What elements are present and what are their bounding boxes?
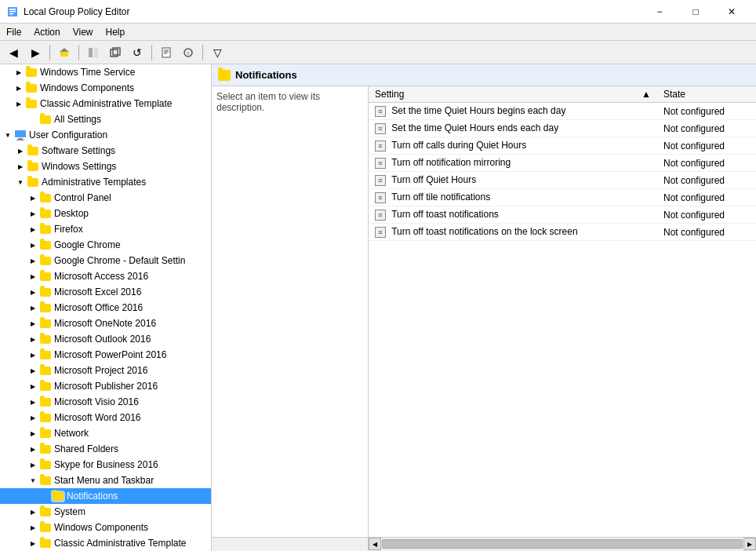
close-button[interactable]: ✕: [714, 0, 750, 24]
tree-item-control-panel[interactable]: ▶ Control Panel: [0, 190, 211, 206]
setting-icon: ≡: [375, 210, 386, 221]
tree-item-ms-word[interactable]: ▶ Microsoft Word 2016: [0, 410, 211, 425]
expander-ms-onenote[interactable]: ▶: [27, 316, 39, 331]
tree-item-user-configuration[interactable]: ▼ User Configuration: [0, 127, 211, 143]
expander-ms-excel[interactable]: ▶: [27, 284, 39, 300]
menu-view[interactable]: View: [67, 24, 100, 40]
expander-ms-publisher[interactable]: ▶: [27, 378, 39, 394]
menu-help[interactable]: Help: [100, 24, 132, 40]
expander-classic-admin-2[interactable]: ▶: [27, 535, 39, 551]
tree-item-windows-settings[interactable]: ▶ Windows Settings: [0, 159, 211, 174]
h-scroll-track[interactable]: ◀ ▶: [369, 538, 756, 551]
tree-item-ms-excel[interactable]: ▶ Microsoft Excel 2016: [0, 284, 211, 300]
settings-pane[interactable]: Setting ▲ State ≡ Set the time Quiet: [369, 86, 756, 537]
table-row[interactable]: ≡ Turn off Quiet Hours Not configured: [369, 172, 756, 189]
minimize-button[interactable]: −: [642, 0, 678, 24]
tree-item-windows-components-top[interactable]: ▶ Windows Components: [0, 80, 211, 96]
tree-item-classic-admin-top[interactable]: ▶ Classic Administrative Template: [0, 96, 211, 111]
expander-ms-office[interactable]: ▶: [27, 300, 39, 316]
new-window-button[interactable]: [105, 43, 125, 62]
forward-button[interactable]: ▶: [25, 43, 45, 62]
expander-ms-access[interactable]: ▶: [27, 268, 39, 284]
tree-item-google-chrome-default[interactable]: ▶ Google Chrome - Default Settin: [0, 253, 211, 268]
expander-google-chrome[interactable]: ▶: [27, 237, 39, 253]
tree-item-google-chrome[interactable]: ▶ Google Chrome: [0, 237, 211, 253]
tree-item-ms-powerpoint[interactable]: ▶ Microsoft PowerPoint 2016: [0, 347, 211, 363]
expander-google-chrome-default[interactable]: ▶: [27, 253, 39, 268]
export-button[interactable]: [156, 43, 176, 62]
tree-item-desktop[interactable]: ▶ Desktop: [0, 206, 211, 221]
h-scroll-right[interactable]: ◀ ▶: [369, 538, 756, 551]
expander-windows-time-service[interactable]: ▶: [13, 64, 25, 80]
label-firefox: Firefox: [54, 224, 83, 235]
tree-item-ms-access[interactable]: ▶ Microsoft Access 2016: [0, 268, 211, 284]
tree-item-skype[interactable]: ▶ Skype for Business 2016: [0, 457, 211, 473]
expander-windows-components-top[interactable]: ▶: [13, 80, 25, 96]
table-row[interactable]: ≡ Turn off toast notifications Not confi…: [369, 206, 756, 224]
expander-system[interactable]: ▶: [27, 504, 39, 520]
expander-shared-folders[interactable]: ▶: [27, 441, 39, 457]
expander-classic-admin-top[interactable]: ▶: [13, 96, 25, 111]
tree-item-shared-folders[interactable]: ▶ Shared Folders: [0, 441, 211, 457]
tree-item-ms-project[interactable]: ▶ Microsoft Project 2016: [0, 363, 211, 378]
tree-item-windows-time-service[interactable]: ▶ Windows Time Service: [0, 64, 211, 80]
tree-pane[interactable]: ▶ Windows Time Service ▶ Windows Compone…: [0, 64, 212, 551]
folder-icon-classic-admin-2: [39, 537, 52, 549]
h-scroll-left-btn[interactable]: ◀: [369, 538, 381, 550]
tree-item-system[interactable]: ▶ System: [0, 504, 211, 520]
refresh-button[interactable]: ↺: [127, 43, 147, 62]
filter-button[interactable]: ▽: [207, 43, 227, 62]
col-state[interactable]: State: [657, 86, 756, 103]
expander-ms-word[interactable]: ▶: [27, 410, 39, 425]
up-button[interactable]: [54, 43, 75, 62]
table-row[interactable]: ≡ Turn off calls during Quiet Hours Not …: [369, 137, 756, 155]
expander-user-configuration[interactable]: ▼: [2, 127, 14, 143]
table-row[interactable]: ≡ Turn off toast notifications on the lo…: [369, 224, 756, 241]
h-scroll-thumb[interactable]: [382, 539, 743, 549]
expander-network[interactable]: ▶: [27, 425, 39, 441]
expander-windows-components-2[interactable]: ▶: [27, 520, 39, 535]
expander-administrative-templates[interactable]: ▼: [14, 174, 27, 190]
tree-item-start-menu[interactable]: ▼ Start Menu and Taskbar: [0, 473, 211, 488]
expander-ms-powerpoint[interactable]: ▶: [27, 347, 39, 363]
tree-item-ms-onenote[interactable]: ▶ Microsoft OneNote 2016: [0, 316, 211, 331]
expander-ms-visio[interactable]: ▶: [27, 394, 39, 410]
expander-ms-project[interactable]: ▶: [27, 363, 39, 378]
menu-action[interactable]: Action: [27, 24, 66, 40]
expander-ms-outlook[interactable]: ▶: [27, 331, 39, 347]
tree-item-notifications[interactable]: ▶ Notifications: [0, 488, 211, 504]
back-button[interactable]: ◀: [3, 43, 24, 62]
expander-skype[interactable]: ▶: [27, 457, 39, 473]
tree-item-administrative-templates[interactable]: ▼ Administrative Templates: [0, 174, 211, 190]
tree-item-ms-office[interactable]: ▶ Microsoft Office 2016: [0, 300, 211, 316]
table-row[interactable]: ≡ Set the time Quiet Hours begins each d…: [369, 103, 756, 120]
tree-item-windows-components-2[interactable]: ▶ Windows Components: [0, 520, 211, 535]
expander-desktop[interactable]: ▶: [27, 206, 39, 221]
setting-name-cell: ≡ Set the time Quiet Hours ends each day: [369, 120, 657, 137]
h-scroll-right-btn[interactable]: ▶: [743, 538, 756, 550]
tree-item-software-settings[interactable]: ▶ Software Settings: [0, 143, 211, 159]
expander-start-menu[interactable]: ▼: [27, 473, 39, 488]
tree-item-all-settings-top[interactable]: ▶ All Settings: [0, 111, 211, 127]
show-hide-button[interactable]: [83, 43, 104, 62]
table-row[interactable]: ≡ Turn off notification mirroring Not co…: [369, 155, 756, 172]
tree-item-ms-outlook[interactable]: ▶ Microsoft Outlook 2016: [0, 331, 211, 347]
maximize-button[interactable]: □: [678, 0, 714, 24]
table-row[interactable]: ≡ Turn off tile notifications Not config…: [369, 189, 756, 206]
expander-windows-settings[interactable]: ▶: [14, 159, 27, 174]
expander-firefox[interactable]: ▶: [27, 221, 39, 237]
tree-item-network[interactable]: ▶ Network: [0, 425, 211, 441]
expander-software-settings[interactable]: ▶: [14, 143, 27, 159]
tree-item-classic-admin-2[interactable]: ▶ Classic Administrative Template: [0, 535, 211, 551]
tree-item-ms-publisher[interactable]: ▶ Microsoft Publisher 2016: [0, 378, 211, 394]
menu-file[interactable]: File: [0, 24, 27, 40]
folder-icon-ms-office: [39, 301, 52, 314]
expander-control-panel[interactable]: ▶: [27, 190, 39, 206]
setting-state: Not configured: [663, 175, 725, 186]
tree-item-ms-visio[interactable]: ▶ Microsoft Visio 2016: [0, 394, 211, 410]
tree-item-firefox[interactable]: ▶ Firefox: [0, 221, 211, 237]
properties-button[interactable]: i: [178, 43, 198, 62]
col-setting[interactable]: Setting ▲: [369, 86, 657, 103]
table-row[interactable]: ≡ Set the time Quiet Hours ends each day…: [369, 120, 756, 137]
toolbar-separator-3: [151, 45, 152, 60]
